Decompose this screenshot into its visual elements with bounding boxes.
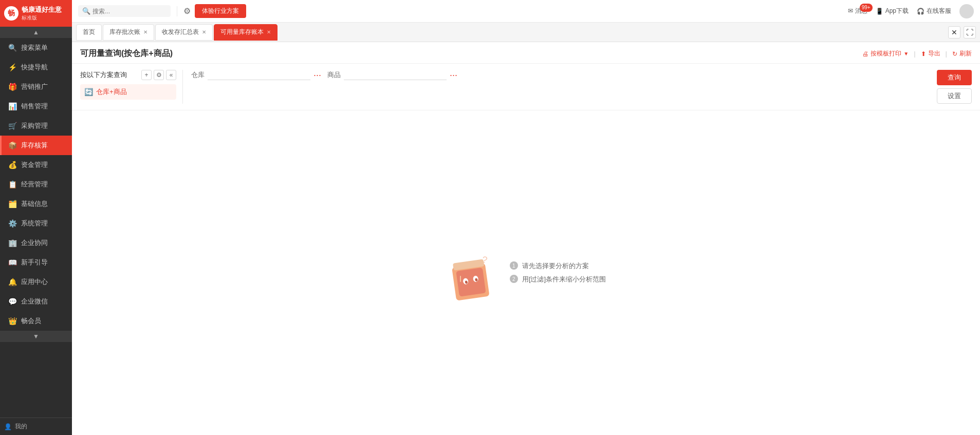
notification-count: 99+ [860, 4, 873, 12]
app-logo: 畅 [4, 6, 19, 21]
settings-btn[interactable]: 设置 [937, 88, 972, 104]
online-service-btn[interactable]: 🎧 在线客服 [917, 7, 951, 15]
main-area: 🔍 ⚙ 体验行业方案 ✉ 消息 99+ 📱 App下载 🎧 在线客服 首 [72, 0, 980, 435]
building-icon: 🏢 [8, 239, 17, 247]
sidebar-item-marketing[interactable]: 🎁 营销推广 [0, 77, 72, 97]
sidebar: 畅 畅康通好生意 标准版 ▲ 🔍 搜索菜单 ⚡ 快捷导航 🎁 营销推广 📊 销售… [0, 0, 72, 435]
hint-num-2: 2 [510, 275, 518, 283]
app-name-block: 畅康通好生意 标准版 [22, 6, 62, 21]
app-download-btn[interactable]: 📱 App下载 [876, 7, 909, 15]
goods-label: 商品 [327, 70, 341, 80]
tab-home[interactable]: 首页 [76, 24, 102, 41]
print-btn[interactable]: 🖨 按模板打印 ▼ [862, 49, 909, 58]
industry-btn[interactable]: 体验行业方案 [195, 4, 246, 18]
sidebar-item-system[interactable]: ⚙️ 系统管理 [0, 214, 72, 233]
sidebar-item-purchase[interactable]: 🛒 采购管理 [0, 116, 72, 136]
sidebar-item-inventory[interactable]: 📦 库存核算 [0, 136, 72, 155]
topbar-search-box[interactable]: 🔍 [78, 5, 171, 17]
sidebar-item-operations[interactable]: 📋 经营管理 [0, 175, 72, 194]
sidebar-item-member[interactable]: 👑 畅会员 [0, 311, 72, 331]
hint-text-1: 请先选择要分析的方案 [522, 261, 589, 271]
tab-summary[interactable]: 收发存汇总表 ✕ [155, 24, 213, 41]
crown-icon: 👑 [8, 317, 17, 325]
scheme-collapse-btn[interactable]: « [166, 70, 176, 80]
empty-hint-1: 1 请先选择要分析的方案 [510, 261, 606, 271]
scheme-item-label: 仓库+商品 [96, 87, 127, 97]
sidebar-label-enterprise: 企业协同 [21, 238, 48, 248]
chat-icon: 💬 [8, 297, 17, 306]
search-icon: 🔍 [82, 7, 90, 15]
sidebar-item-sales[interactable]: 📊 销售管理 [0, 97, 72, 116]
filter-actions: 查询 设置 [937, 70, 972, 104]
scheme-panel: 按以下方案查询 + ⚙ « 🔄 仓库+商品 [80, 70, 183, 104]
tab-available[interactable]: 可用量库存账本 ✕ [214, 24, 278, 41]
sidebar-label-purchase: 采购管理 [21, 121, 48, 130]
gear-icon: ⚙️ [8, 219, 17, 228]
lightning-icon: ⚡ [8, 63, 17, 71]
empty-state: ? 1 请先选择要分析的方案 2 用[过滤]条件来缩小分析范围 [72, 110, 980, 435]
empty-illustration: ? [446, 247, 497, 298]
settings-icon[interactable]: ⚙ [183, 6, 191, 16]
export-btn[interactable]: ⬆ 导出 [921, 49, 940, 58]
scheme-settings-btn[interactable]: ⚙ [154, 70, 164, 80]
tab-batch[interactable]: 库存批次账 ✕ [103, 24, 154, 41]
cart-icon: 🛒 [8, 122, 17, 130]
action-divider-1: | [914, 50, 915, 58]
query-btn[interactable]: 查询 [937, 70, 972, 85]
tab-expand-btn[interactable]: ⛶ [964, 26, 976, 39]
tab-close-summary[interactable]: ✕ [202, 29, 206, 35]
sidebar-label-quick-nav: 快捷导航 [21, 63, 48, 72]
empty-svg: ? [446, 250, 497, 306]
refresh-btn[interactable]: ↻ 刷新 [952, 49, 972, 58]
sidebar-item-search[interactable]: 🔍 搜索菜单 [0, 38, 72, 58]
tab-close-available[interactable]: ✕ [267, 29, 271, 35]
sidebar-label-finance: 资金管理 [21, 160, 48, 169]
sidebar-item-finance[interactable]: 💰 资金管理 [0, 155, 72, 175]
refresh-icon: ↻ [952, 50, 957, 58]
tab-close-btn[interactable]: ✕ [948, 26, 960, 39]
search-input[interactable] [93, 8, 154, 15]
sidebar-footer[interactable]: 👤 我的 [0, 418, 72, 435]
sidebar-item-newbie[interactable]: 📖 新手引导 [0, 253, 72, 272]
sidebar-item-wechat[interactable]: 💬 企业微信 [0, 292, 72, 311]
print-dropdown-icon: ▼ [903, 51, 909, 56]
sidebar-item-enterprise[interactable]: 🏢 企业协同 [0, 233, 72, 253]
scheme-add-btn[interactable]: + [141, 70, 152, 80]
sidebar-scroll-down[interactable]: ▼ [0, 331, 72, 342]
user-icon: 👤 [4, 423, 12, 430]
print-icon: 🖨 [862, 50, 868, 58]
warehouse-more-btn[interactable]: ··· [313, 70, 321, 80]
app-title: 畅康通好生意 [22, 6, 62, 14]
tabbar: 首页 库存批次账 ✕ 收发存汇总表 ✕ 可用量库存账本 ✕ ✕ ⛶ [72, 23, 980, 42]
sidebar-label-operations: 经营管理 [21, 180, 48, 189]
sidebar-label-app-center: 应用中心 [21, 277, 48, 287]
tab-actions: ✕ ⛶ [948, 26, 976, 39]
page-content: 可用量查询(按仓库+商品) 🖨 按模板打印 ▼ | ⬆ 导出 | ↻ 刷新 [72, 42, 980, 435]
sidebar-item-quick-nav[interactable]: ⚡ 快捷导航 [0, 58, 72, 77]
warehouse-filter-field: 仓库 ··· [191, 70, 321, 80]
topbar-divider [177, 6, 177, 16]
query-area: 按以下方案查询 + ⚙ « 🔄 仓库+商品 仓库 ··· [72, 64, 980, 110]
scheme-label: 按以下方案查询 [80, 70, 127, 80]
svg-text:?: ? [481, 254, 488, 265]
user-avatar[interactable] [959, 4, 974, 18]
hint-text-2: 用[过滤]条件来缩小分析范围 [522, 275, 606, 284]
page-actions: 🖨 按模板打印 ▼ | ⬆ 导出 | ↻ 刷新 [862, 49, 972, 58]
tab-close-batch[interactable]: ✕ [143, 29, 147, 35]
goods-input[interactable] [344, 70, 447, 80]
goods-more-btn[interactable]: ··· [450, 70, 457, 80]
filter-area: 仓库 ··· 商品 ··· 查询 设置 [183, 70, 972, 104]
scheme-item-icon: 🔄 [84, 88, 93, 96]
page-header: 可用量查询(按仓库+商品) 🖨 按模板打印 ▼ | ⬆ 导出 | ↻ 刷新 [72, 42, 980, 64]
warehouse-input[interactable] [208, 70, 310, 80]
sidebar-scroll-up[interactable]: ▲ [0, 27, 72, 38]
search-icon: 🔍 [8, 44, 17, 52]
scheme-item-warehouse-goods[interactable]: 🔄 仓库+商品 [80, 84, 176, 100]
notification-btn[interactable]: ✉ 消息 99+ [848, 7, 867, 15]
sidebar-label-sales: 销售管理 [21, 102, 48, 111]
book-icon: 📖 [8, 258, 17, 267]
sidebar-item-app-center[interactable]: 🔔 应用中心 [0, 272, 72, 292]
sidebar-item-basic[interactable]: 🗂️ 基础信息 [0, 194, 72, 214]
headset-icon: 🎧 [917, 8, 924, 15]
warehouse-label: 仓库 [191, 70, 205, 80]
